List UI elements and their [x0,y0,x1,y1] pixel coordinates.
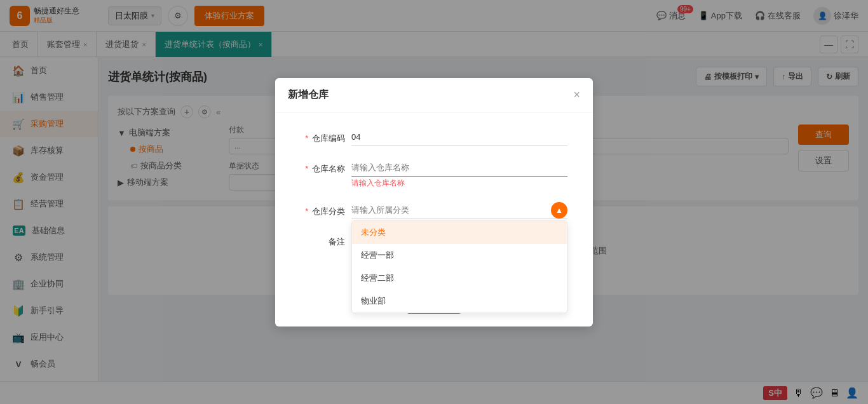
category-dropdown: 未分类 经营一部 经营二部 物业部 [351,220,567,313]
dropdown-item-2[interactable]: 经营二部 [352,267,567,290]
category-select-wrap: ▲ 未分类 经营一部 经营二部 物业部 [351,201,567,219]
dialog-close-button[interactable]: × [573,89,580,100]
required-star: * [305,133,308,143]
name-field-wrap: 请输入仓库名称 [351,159,567,189]
category-arrow-button[interactable]: ▲ [551,202,567,219]
name-error-message: 请输入仓库名称 [351,178,567,189]
form-group-code: * 仓库编码 [301,128,567,146]
dropdown-item-1[interactable]: 经营一部 [352,244,567,267]
name-label-text: 仓库名称 [312,164,345,173]
name-input[interactable] [351,159,567,177]
dialog-header: 新增仓库 × [275,78,593,112]
code-input[interactable] [351,128,567,146]
required-star-name: * [305,164,308,173]
dialog-title: 新增仓库 [288,88,329,102]
category-label: * 仓库分类 [301,201,345,217]
dialog-body: * 仓库编码 * 仓库名称 请输入仓库名称 * [275,112,593,286]
form-group-category: * 仓库分类 ▲ 未分类 经营一部 经营二部 物业部 [301,201,567,219]
dropdown-item-0[interactable]: 未分类 [352,221,567,244]
dialog: 新增仓库 × * 仓库编码 * 仓库名称 请输入仓库名称 [275,78,593,327]
note-label-text: 备注 [329,237,345,246]
note-label: 备注 [301,232,345,248]
modal-overlay: 新增仓库 × * 仓库编码 * 仓库名称 请输入仓库名称 [0,0,868,404]
category-input[interactable] [351,201,567,219]
code-label: * 仓库编码 [301,128,345,144]
category-label-text: 仓库分类 [312,206,345,216]
dropdown-item-3[interactable]: 物业部 [352,290,567,313]
required-star-category: * [305,206,308,216]
name-label: * 仓库名称 [301,159,345,175]
form-group-name: * 仓库名称 请输入仓库名称 [301,159,567,189]
code-label-text: 仓库编码 [312,133,345,143]
